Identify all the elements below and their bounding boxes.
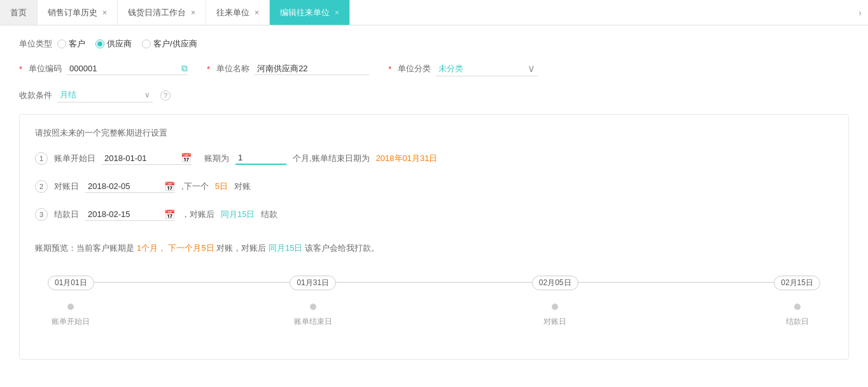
- tab-sales-order[interactable]: 销售订单历史 ×: [38, 0, 118, 25]
- unit-name-input[interactable]: [255, 62, 369, 75]
- unit-type-radio-group: 客户 供应商 客户/供应商: [57, 38, 197, 50]
- tab-home-label: 首页: [10, 7, 27, 18]
- timeline-dot-2: [552, 304, 558, 310]
- tab-cash-clear-label: 钱货日清工作台: [128, 7, 186, 18]
- radio-supplier-label: 供应商: [107, 38, 132, 50]
- radio-both-label: 客户/供应商: [153, 38, 197, 50]
- timeline-date-2: 02月05日: [532, 276, 578, 290]
- tab-edit-counterpart-label: 编辑往来单位: [280, 7, 330, 18]
- period-num-3: 3: [35, 208, 48, 221]
- unit-category-arrow: ∨: [528, 62, 535, 74]
- timeline-date-1: 01月31日: [290, 276, 336, 290]
- unit-name-label: 单位名称: [216, 63, 249, 74]
- radio-both[interactable]: 客户/供应商: [142, 38, 197, 50]
- period-date-1-wrapper: 📅: [102, 152, 192, 165]
- period-date-1-input[interactable]: [102, 152, 178, 164]
- period-row2-prefix: ,下一个: [181, 181, 209, 192]
- payment-terms-value: 月结: [60, 89, 144, 101]
- period-label-2: 对账日: [54, 181, 79, 192]
- timeline-label-2: 对账日: [543, 316, 566, 327]
- main-content: 单位类型 客户 供应商 客户/供应商 * 单位编码: [0, 25, 868, 387]
- unit-type-label: 单位类型: [19, 38, 52, 50]
- timeline-point-1: 01月31日 账单结束日: [290, 276, 336, 327]
- preview-section: 账期预览：当前客户账期是 1个月， 下一个月5日 对账，对账后 同月15日 该客…: [35, 236, 833, 254]
- timeline-dot-0: [67, 304, 74, 310]
- preview-mid: 对账，对账后: [216, 243, 266, 253]
- period-panel: 请按照未来的一个完整帐期进行设置 1 账单开始日 📅 账期为 个月,账单结束日期…: [19, 114, 849, 360]
- period-num-1: 1: [35, 152, 48, 165]
- unit-type-row: 单位类型 客户 供应商 客户/供应商: [19, 38, 849, 50]
- unit-name-required: *: [207, 64, 210, 74]
- tab-counterpart-label: 往来单位: [216, 7, 249, 18]
- period-months-input[interactable]: [235, 151, 286, 165]
- timeline-dot-1: [310, 304, 316, 310]
- period-cal-3-icon[interactable]: 📅: [164, 209, 175, 220]
- unit-category-select[interactable]: 未分类 ∨: [436, 61, 538, 76]
- unit-category-field: * 单位分类 未分类 ∨: [388, 61, 538, 76]
- timeline-points: 01月01日 账单开始日 01月31日 账单结束日 02月05日 对账日 02月…: [48, 276, 820, 327]
- period-cal-2-icon[interactable]: 📅: [164, 181, 175, 192]
- tab-cash-clear[interactable]: 钱货日清工作台 ×: [118, 0, 206, 25]
- unit-info-row: * 单位编码 ⧉ * 单位名称 * 单位分类 未分类 ∨: [19, 61, 849, 76]
- payment-terms-label: 收款条件: [19, 90, 52, 101]
- radio-supplier[interactable]: 供应商: [95, 38, 132, 50]
- preview-end: 该客户会给我打款。: [305, 243, 379, 253]
- radio-supplier-circle: [95, 39, 104, 48]
- tab-sales-order-label: 销售订单历史: [48, 7, 97, 18]
- tab-bar: 首页 销售订单历史 × 钱货日清工作台 × 往来单位 × 编辑往来单位 × ›: [0, 0, 868, 25]
- unit-code-input[interactable]: [67, 62, 179, 74]
- unit-type-field: 单位类型 客户 供应商 客户/供应商: [19, 38, 197, 50]
- period-end-date-highlight: 2018年01月31日: [376, 153, 438, 164]
- period-date-3-input[interactable]: [85, 208, 162, 220]
- radio-customer-label: 客户: [69, 38, 85, 50]
- tab-counterpart-close[interactable]: ×: [255, 8, 259, 17]
- radio-customer[interactable]: 客户: [57, 38, 85, 50]
- period-row2-highlight: 5日: [215, 181, 228, 192]
- period-suffix-before: 账期为: [204, 153, 229, 164]
- period-row3-highlight: 同月15日: [221, 209, 255, 220]
- preview-p1: 1个月，: [137, 243, 166, 253]
- payment-terms-arrow: ∨: [144, 90, 150, 99]
- panel-instruction: 请按照未来的一个完整帐期进行设置: [35, 127, 833, 139]
- preview-label: 账期预览：当前客户账期是: [35, 243, 134, 253]
- tab-home[interactable]: 首页: [0, 0, 38, 25]
- radio-both-circle: [142, 39, 151, 48]
- period-row2-after: 对账: [234, 181, 251, 192]
- period-date-3-wrapper: 📅: [85, 208, 175, 221]
- timeline-dot-3: [794, 304, 801, 310]
- period-date-2-input[interactable]: [85, 180, 162, 192]
- period-num-2: 2: [35, 180, 48, 193]
- period-row-2: 2 对账日 📅 ,下一个 5日 对账: [35, 180, 833, 193]
- unit-code-required: *: [19, 64, 22, 74]
- timeline-label-3: 结款日: [786, 316, 809, 327]
- unit-code-field: * 单位编码 ⧉: [19, 62, 188, 75]
- tab-scroll-right[interactable]: ›: [852, 8, 868, 18]
- tab-edit-counterpart[interactable]: 编辑往来单位 ×: [270, 0, 350, 25]
- period-row-3: 3 结款日 📅 ，对账后 同月15日 结款: [35, 208, 833, 221]
- payment-terms-field: 收款条件 月结 ∨ ?: [19, 88, 171, 102]
- timeline-date-0: 01月01日: [48, 276, 94, 290]
- timeline-label-0: 账单开始日: [52, 316, 90, 327]
- tab-sales-order-close[interactable]: ×: [102, 8, 107, 17]
- payment-terms-row: 收款条件 月结 ∨ ?: [19, 88, 849, 102]
- timeline-label-1: 账单结束日: [294, 316, 332, 327]
- period-cal-1-icon[interactable]: 📅: [181, 153, 192, 163]
- payment-terms-help-icon[interactable]: ?: [160, 90, 171, 101]
- tab-counterpart[interactable]: 往来单位 ×: [206, 0, 270, 25]
- timeline-date-3: 02月15日: [774, 276, 820, 290]
- unit-category-required: *: [388, 64, 391, 74]
- tab-edit-counterpart-close[interactable]: ×: [335, 8, 339, 17]
- period-label-3: 结款日: [54, 209, 79, 220]
- unit-code-label: 单位编码: [29, 63, 62, 74]
- preview-p2: 下一个月5日: [168, 243, 214, 253]
- unit-name-field: * 单位名称: [207, 62, 369, 75]
- period-row3-after: 结款: [261, 209, 277, 220]
- tab-cash-clear-close[interactable]: ×: [191, 8, 195, 17]
- unit-category-label: 单位分类: [398, 63, 431, 74]
- timeline-point-3: 02月15日 结款日: [774, 276, 820, 327]
- unit-code-copy-icon[interactable]: ⧉: [181, 63, 188, 74]
- radio-customer-circle: [57, 39, 66, 48]
- preview-p3: 同月15日: [269, 243, 302, 253]
- payment-terms-select[interactable]: 月结 ∨: [57, 88, 153, 102]
- timeline-point-2: 02月05日 对账日: [532, 276, 578, 327]
